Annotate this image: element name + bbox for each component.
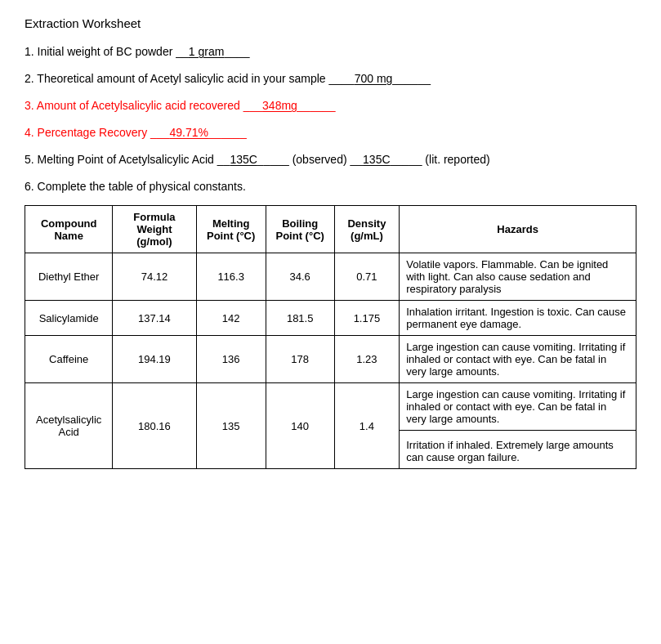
header-density: Density (g/mL) [334,206,400,253]
q4-blank-prefix: ___ [150,126,169,139]
q2-value: 700 mg [355,72,393,85]
q3-blank-suffix: ______ [297,99,336,112]
table-header-row: Compound Name Formula Weight (g/mol) Mel… [25,206,636,253]
compound-name-acetylsalicylic: Acetylsalicylic Acid [25,383,113,469]
formula-weight-salicylamide: 137.14 [113,301,196,336]
header-compound-name: Compound Name [25,206,113,253]
boiling-point-acetylsalicylic: 140 [266,383,334,469]
q3-number: 3. [25,99,34,112]
q1-text: Initial weight of BC powder [38,45,173,58]
q5-blank-suffix2: _____ [391,153,422,166]
formula-weight-diethyl-ether: 74.12 [113,253,196,301]
density-acetylsalicylic: 1.4 [334,383,400,469]
q5-blank-prefix2: __ [350,153,363,166]
hazards-acetylsalicylic: Large ingestion can cause vomiting. Irri… [400,383,636,469]
density-caffeine: 1.23 [334,336,400,383]
q1-number: 1. [25,45,34,58]
q5-number: 5. [25,153,34,166]
question-5: 5. Melting Point of Acetylsalicylic Acid… [25,151,636,168]
question-3: 3. Amount of Acetylsalicylic acid recove… [25,97,636,114]
compound-name-caffeine: Caffeine [25,336,113,383]
density-salicylamide: 1.175 [334,301,400,336]
melting-point-diethyl-ether: 116.3 [196,253,266,301]
boiling-point-caffeine: 178 [266,336,334,383]
compound-name-diethyl-ether: Diethyl Ether [25,253,113,301]
compound-name-salicylamide: Salicylamide [25,301,113,336]
q5-value: 135C [230,153,257,166]
formula-weight-acetylsalicylic: 180.16 [113,383,196,469]
hazards-salicylamide: Inhalation irritant. Ingestion is toxic.… [400,301,636,336]
q2-blank-suffix: ______ [392,72,431,85]
q3-text: Amount of Acetylsalicylic acid recovered [37,99,240,112]
formula-weight-caffeine: 194.19 [113,336,196,383]
page-title: Extraction Worksheet [25,16,636,30]
boiling-point-salicylamide: 181.5 [266,301,334,336]
q1-blank-suffix: ____ [224,45,249,58]
header-boiling-point: Boiling Point (°C) [266,206,334,253]
question-6: 6. Complete the table of physical consta… [25,178,636,195]
q5-value2: 135C [363,153,390,166]
q5-text-after: (lit. reported) [425,153,489,166]
q1-blank-prefix: __ [176,45,189,58]
question-1: 1. Initial weight of BC powder __1 gram_… [25,43,636,60]
boiling-point-diethyl-ether: 34.6 [266,253,334,301]
hazards-acetylsalicylic-top: Large ingestion can cause vomiting. Irri… [400,383,636,431]
table-row: Salicylamide 137.14 142 181.5 1.175 Inha… [25,301,636,336]
table-row: Acetylsalicylic Acid 180.16 135 140 1.4 … [25,383,636,469]
q5-middle: (observed) [293,153,347,166]
melting-point-caffeine: 136 [196,336,266,383]
density-diethyl-ether: 0.71 [334,253,400,301]
melting-point-acetylsalicylic: 135 [196,383,266,469]
q5-blank-suffix: _____ [257,153,289,166]
table-row: Diethyl Ether 74.12 116.3 34.6 0.71 Vola… [25,253,636,301]
q6-text: Complete the table of physical constants… [38,180,246,193]
q2-number: 2. [25,72,34,85]
q5-text: Melting Point of Acetylsalicylic Acid [38,153,214,166]
q5-blank-prefix: __ [217,153,230,166]
header-hazards: Hazards [400,206,636,253]
q1-value: 1 gram [189,45,225,58]
q4-blank-suffix: ______ [208,126,247,139]
header-melting-point: Melting Point (°C) [196,206,266,253]
table-row: Caffeine 194.19 136 178 1.23 Large inges… [25,336,636,383]
physical-constants-table: Compound Name Formula Weight (g/mol) Mel… [25,205,636,469]
q4-value: 49.71% [169,126,208,139]
q6-number: 6. [25,180,34,193]
hazards-acetylsalicylic-bottom: Irritation if inhaled. Extremely large a… [400,434,636,468]
q2-blank-prefix: ____ [329,72,355,85]
q4-number: 4. [25,126,34,139]
question-2: 2. Theoretical amount of Acetyl salicyli… [25,70,636,87]
question-4: 4. Percentage Recovery ___49.71%______ [25,124,636,141]
q4-text: Percentage Recovery [38,126,148,139]
q3-value: 348mg [262,99,297,112]
header-formula-weight: Formula Weight (g/mol) [113,206,196,253]
hazards-diethyl-ether: Volatile vapors. Flammable. Can be ignit… [400,253,636,301]
q2-text: Theoretical amount of Acetyl salicylic a… [37,72,325,85]
hazards-caffeine: Large ingestion can cause vomiting. Irri… [400,336,636,383]
melting-point-salicylamide: 142 [196,301,266,336]
q3-blank-prefix: ___ [243,99,262,112]
